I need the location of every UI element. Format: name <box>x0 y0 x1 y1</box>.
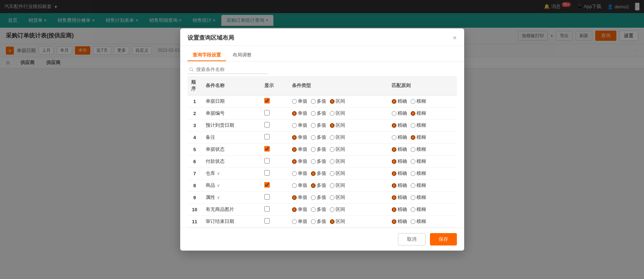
settings-dialog: 设置查询区域布局 × 查询字段设置 布局调整 顺序 条件名称 显示 条件类型 匹 <box>180 28 464 68</box>
dialog-close-button[interactable]: × <box>453 34 457 42</box>
dialog-title: 设置查询区域布局 <box>187 34 234 42</box>
dialog-header: 设置查询区域布局 × <box>180 28 464 46</box>
tab-field-settings[interactable]: 查询字段设置 <box>187 50 226 61</box>
dialog-tabs: 查询字段设置 布局调整 <box>180 46 464 62</box>
dialog-search-area <box>180 62 464 68</box>
tab-layout-adjust[interactable]: 布局调整 <box>228 50 257 61</box>
modal-overlay: 设置查询区域布局 × 查询字段设置 布局调整 顺序 条件名称 显示 条件类型 匹 <box>0 0 644 68</box>
search-input[interactable] <box>187 65 268 68</box>
